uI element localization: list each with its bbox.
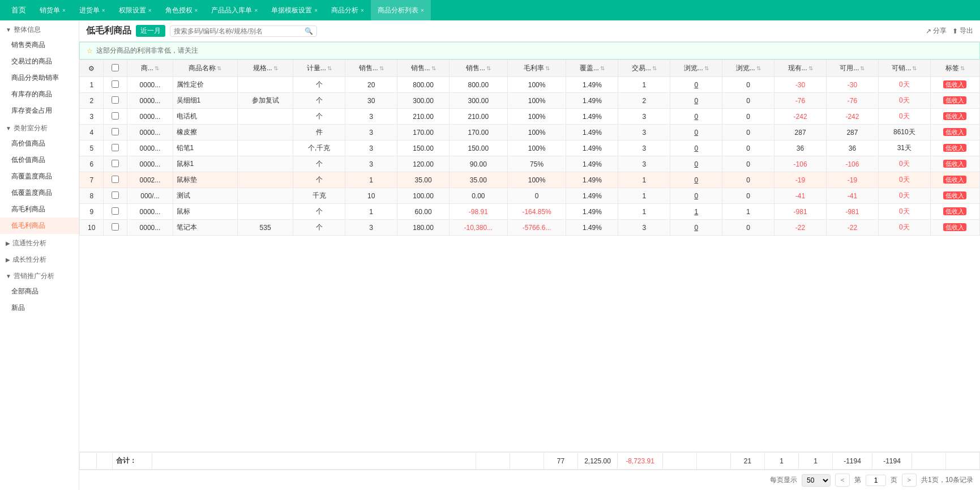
select-all-checkbox[interactable] xyxy=(112,64,119,71)
prev-page-button[interactable]: ＜ xyxy=(835,474,850,487)
close-role-icon[interactable]: × xyxy=(195,7,198,14)
sidebar-item-instock[interactable]: 有库存的商品 xyxy=(0,86,79,103)
col-trade[interactable]: 交易...⇅ xyxy=(618,60,670,77)
row-checkbox[interactable] xyxy=(104,77,127,93)
row-select-checkbox[interactable] xyxy=(112,176,119,183)
row-checkbox[interactable] xyxy=(104,93,127,109)
row-checkbox[interactable] xyxy=(104,204,127,220)
row-select-checkbox[interactable] xyxy=(112,144,119,151)
row-browse1[interactable]: 0 xyxy=(670,172,722,188)
row-checkbox[interactable] xyxy=(104,172,127,188)
per-page-select[interactable]: 50 20 100 xyxy=(802,474,831,487)
row-select-checkbox[interactable] xyxy=(112,112,119,120)
row-browse1[interactable]: 0 xyxy=(670,156,722,172)
sidebar-item-high-coverage[interactable]: 高覆盖度商品 xyxy=(0,168,79,185)
row-checkbox[interactable] xyxy=(104,109,127,125)
search-input[interactable] xyxy=(174,27,305,35)
col-cover-rate[interactable]: 覆盖...⇅ xyxy=(566,60,618,77)
col-code[interactable]: 商...⇅ xyxy=(127,60,173,77)
row-select-checkbox[interactable] xyxy=(112,191,119,199)
close-purchase-icon[interactable]: × xyxy=(102,7,105,14)
period-button[interactable]: 近一月 xyxy=(136,25,165,37)
nav-home[interactable]: 首页 xyxy=(5,0,33,20)
share-button[interactable]: ↗ 分享 xyxy=(926,26,947,36)
sidebar-item-low-value[interactable]: 低价值商品 xyxy=(0,152,79,168)
row-select-checkbox[interactable] xyxy=(112,80,119,88)
col-gross-rate[interactable]: 毛利率⇅ xyxy=(507,60,566,77)
sidebar-item-new-products[interactable]: 新品 xyxy=(0,300,79,316)
col-tag[interactable]: 标签⇅ xyxy=(930,60,979,77)
nav-role[interactable]: 角色授权× xyxy=(159,0,205,20)
row-browse1[interactable]: 0 xyxy=(670,93,722,109)
col-browse1[interactable]: 浏览...⇅ xyxy=(670,60,722,77)
sidebar-item-sales-products[interactable]: 销售类商品 xyxy=(0,37,79,53)
row-checkbox[interactable] xyxy=(104,156,127,172)
col-browse2[interactable]: 浏览...⇅ xyxy=(722,60,774,77)
row-tag: 低收入 xyxy=(930,77,979,93)
row-browse1[interactable]: 0 xyxy=(670,77,722,93)
nav-analysis[interactable]: 商品分析× xyxy=(324,0,371,20)
sidebar-item-all-products[interactable]: 全部商品 xyxy=(0,283,79,300)
close-sales-icon[interactable]: × xyxy=(62,7,66,14)
sidebar-group-classify[interactable]: ▼ 类射室分析 xyxy=(0,119,79,135)
col-name[interactable]: 商品名称⇅ xyxy=(173,60,237,77)
row-trade: 1 xyxy=(618,188,670,204)
page-number-input[interactable] xyxy=(866,475,886,486)
close-template-icon[interactable]: × xyxy=(314,7,318,14)
sidebar-item-traded-products[interactable]: 交易过的商品 xyxy=(0,53,79,70)
sidebar-group-overall[interactable]: ▼ 整体信息 xyxy=(0,20,79,37)
sidebar-item-capital[interactable]: 库存资金占用 xyxy=(0,103,79,119)
row-checkbox[interactable] xyxy=(104,188,127,204)
sidebar-item-category-rate[interactable]: 商品分类助销率 xyxy=(0,70,79,86)
close-permission-icon[interactable]: × xyxy=(148,7,152,14)
row-select-checkbox[interactable] xyxy=(112,128,119,135)
close-analysis-list-icon[interactable]: × xyxy=(421,7,424,14)
sidebar-group-marketing[interactable]: ▼ 营销推广分析 xyxy=(0,267,79,283)
row-browse1[interactable]: 0 xyxy=(670,188,722,204)
row-select-checkbox[interactable] xyxy=(112,223,119,231)
sidebar-group-growth[interactable]: ▶ 成长性分析 xyxy=(0,250,79,267)
row-checkbox[interactable] xyxy=(104,140,127,156)
col-sales-count[interactable]: 销售...⇅ xyxy=(345,60,397,77)
row-browse1[interactable]: 1 xyxy=(670,204,722,220)
export-button[interactable]: ⬆ 导出 xyxy=(952,26,973,36)
row-checkbox[interactable] xyxy=(104,125,127,140)
col-sales-amount[interactable]: 销售...⇅ xyxy=(450,60,508,77)
sidebar-group-circulation[interactable]: ▶ 流通性分析 xyxy=(0,234,79,250)
row-select-checkbox[interactable] xyxy=(112,96,119,104)
col-unit[interactable]: 计量...⇅ xyxy=(293,60,345,77)
nav-permission[interactable]: 权限设置× xyxy=(112,0,159,20)
nav-sales[interactable]: 销货单× xyxy=(33,0,72,20)
row-current-stock: -106 xyxy=(774,156,827,172)
sidebar-item-high-margin[interactable]: 高毛利商品 xyxy=(0,201,79,218)
row-select-checkbox[interactable] xyxy=(112,160,119,167)
col-spec[interactable]: 规格...⇅ xyxy=(237,60,293,77)
col-checkbox[interactable] xyxy=(104,60,127,77)
row-browse1[interactable]: 0 xyxy=(670,140,722,156)
next-page-button[interactable]: ＞ xyxy=(902,474,917,487)
row-sales-price: 180.00 xyxy=(397,220,450,236)
row-usable-stock: -981 xyxy=(827,204,879,220)
sidebar-item-low-margin[interactable]: 低毛利商品 xyxy=(0,218,79,234)
row-no: 3 xyxy=(80,109,104,125)
sidebar-item-low-coverage[interactable]: 低覆盖度商品 xyxy=(0,185,79,201)
row-browse1[interactable]: 0 xyxy=(670,125,722,140)
row-saleable: 8610天 xyxy=(878,125,930,140)
nav-purchase[interactable]: 进货单× xyxy=(72,0,112,20)
close-analysis-icon[interactable]: × xyxy=(361,7,364,14)
nav-product-entry[interactable]: 产品品入库单× xyxy=(204,0,264,20)
sidebar-item-high-value[interactable]: 高价值商品 xyxy=(0,135,79,152)
search-icon[interactable]: 🔍 xyxy=(305,27,313,35)
col-saleable[interactable]: 可销...⇅ xyxy=(878,60,930,77)
nav-template[interactable]: 单据模板设置× xyxy=(264,0,324,20)
row-checkbox[interactable] xyxy=(104,220,127,236)
col-sales-price[interactable]: 销售...⇅ xyxy=(397,60,450,77)
close-product-entry-icon[interactable]: × xyxy=(254,7,258,14)
row-select-checkbox[interactable] xyxy=(112,207,119,215)
col-usable-stock[interactable]: 可用...⇅ xyxy=(827,60,879,77)
row-browse1[interactable]: 0 xyxy=(670,109,722,125)
col-settings[interactable]: ⚙ xyxy=(80,60,104,77)
row-browse1[interactable]: 0 xyxy=(670,220,722,236)
col-current-stock[interactable]: 现有...⇅ xyxy=(774,60,827,77)
nav-analysis-list[interactable]: 商品分析列表× xyxy=(371,0,431,20)
